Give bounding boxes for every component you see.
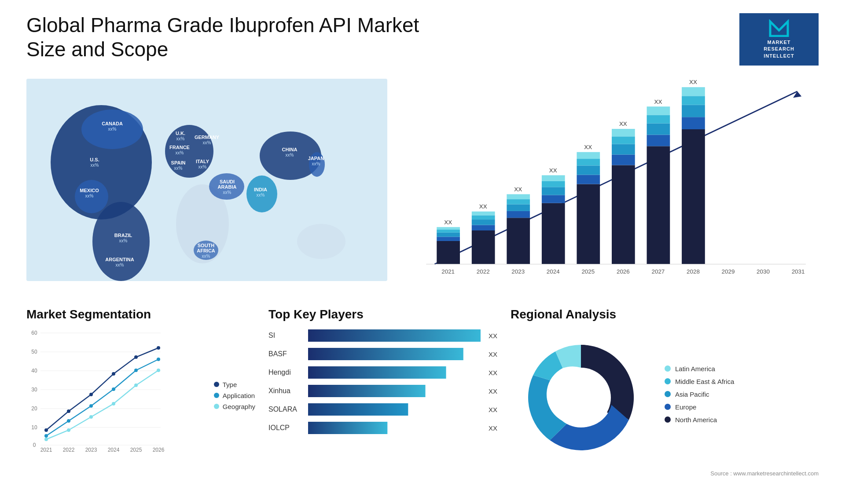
bar-chart-section: XX 2021 XX 2022 XX: [405, 79, 819, 290]
legend-label: Asia Pacific: [675, 391, 709, 398]
legend-item: Asia Pacific: [665, 391, 734, 398]
svg-point-6: [165, 125, 213, 178]
players-title: Top Key Players: [268, 307, 497, 321]
svg-rect-92: [647, 124, 670, 135]
legend-item: North America: [665, 416, 734, 424]
svg-text:20: 20: [31, 405, 37, 412]
svg-rect-149: [308, 385, 426, 397]
player-row: HengdiXX: [268, 366, 497, 379]
application-dot: [214, 393, 219, 398]
svg-text:FRANCE: FRANCE: [169, 145, 190, 150]
svg-text:2024: 2024: [547, 268, 560, 275]
svg-text:AFRICA: AFRICA: [197, 248, 215, 253]
player-row: XinhuaXX: [268, 385, 497, 397]
svg-point-144: [134, 383, 138, 387]
svg-text:ITALY: ITALY: [196, 159, 209, 164]
header: Global Pharma Grade Ibuprofen API Market…: [26, 13, 819, 66]
svg-rect-85: [612, 144, 635, 155]
svg-rect-91: [647, 135, 670, 146]
svg-rect-48: [437, 241, 460, 264]
player-name: Hengdi: [268, 369, 304, 376]
svg-rect-69: [542, 203, 565, 264]
svg-text:xx%: xx%: [257, 193, 265, 197]
svg-rect-148: [308, 366, 446, 379]
svg-rect-93: [647, 115, 670, 124]
svg-text:2028: 2028: [687, 268, 700, 275]
svg-point-140: [44, 438, 48, 441]
world-map-container: CANADA xx% U.S. xx% MEXICO xx% BRAZIL xx…: [26, 79, 387, 281]
svg-rect-87: [612, 129, 635, 136]
logo-box: MARKET RESEARCH INTELLECT: [739, 13, 819, 66]
svg-rect-101: [682, 87, 705, 96]
svg-text:XX: XX: [549, 167, 557, 174]
map-section: CANADA xx% U.S. xx% MEXICO xx% BRAZIL xx…: [26, 79, 387, 290]
svg-text:2026: 2026: [153, 447, 165, 453]
svg-text:U.K.: U.K.: [176, 131, 185, 136]
svg-text:2021: 2021: [40, 447, 52, 453]
svg-text:XX: XX: [654, 99, 662, 105]
svg-rect-65: [507, 199, 530, 205]
svg-text:xx%: xx%: [286, 153, 294, 157]
player-bar-wrap: [308, 422, 481, 434]
svg-point-132: [134, 355, 138, 359]
svg-text:xx%: xx%: [223, 190, 231, 195]
svg-rect-79: [577, 159, 600, 165]
svg-text:XX: XX: [444, 219, 452, 226]
svg-text:U.S.: U.S.: [90, 157, 99, 162]
svg-text:xx%: xx%: [119, 238, 128, 243]
player-val: XX: [489, 387, 497, 395]
seg-legend-application: Application: [214, 392, 255, 399]
svg-text:XX: XX: [514, 186, 522, 193]
page: Global Pharma Grade Ibuprofen API Market…: [0, 0, 845, 504]
seg-chart-container: 60 50 40 30 20 10 0: [26, 329, 209, 461]
svg-text:ARABIA: ARABIA: [218, 184, 237, 190]
svg-text:xx%: xx%: [176, 150, 184, 155]
svg-text:INDIA: INDIA: [254, 187, 267, 192]
bottom-row: Market Segmentation 60 50 40 30 20 10 0: [26, 307, 819, 461]
legend-color-dot: [665, 404, 671, 410]
seg-legend-type: Type: [214, 381, 255, 388]
svg-rect-64: [507, 205, 530, 211]
svg-rect-63: [507, 211, 530, 218]
svg-rect-80: [577, 152, 600, 159]
svg-text:2022: 2022: [63, 447, 75, 453]
svg-rect-73: [542, 175, 565, 181]
bar-chart-svg: XX 2021 XX 2022 XX: [405, 79, 819, 281]
svg-point-138: [134, 369, 138, 372]
svg-text:2029: 2029: [722, 268, 735, 275]
svg-rect-70: [542, 195, 565, 203]
top-row: CANADA xx% U.S. xx% MEXICO xx% BRAZIL xx…: [26, 79, 819, 290]
svg-text:2023: 2023: [511, 268, 525, 275]
player-row: SIXX: [268, 329, 497, 342]
bar-chart-container: XX 2021 XX 2022 XX: [405, 79, 819, 281]
svg-rect-57: [472, 219, 495, 225]
svg-text:2026: 2026: [617, 268, 630, 275]
legend-item: Latin America: [665, 365, 734, 373]
svg-text:XX: XX: [584, 144, 592, 150]
player-bar-wrap: [308, 348, 481, 360]
svg-text:XX: XX: [619, 121, 627, 128]
svg-rect-72: [542, 181, 565, 187]
svg-rect-71: [542, 187, 565, 195]
segmentation-title: Market Segmentation: [26, 307, 255, 321]
svg-text:xx%: xx%: [198, 164, 207, 169]
svg-text:2021: 2021: [441, 268, 455, 275]
type-label: Type: [223, 381, 237, 388]
svg-rect-59: [472, 212, 495, 215]
svg-point-139: [157, 358, 160, 361]
svg-rect-62: [507, 218, 530, 264]
svg-point-129: [67, 409, 70, 413]
player-name: SOLARA: [268, 405, 304, 413]
svg-text:2027: 2027: [652, 268, 665, 275]
donut-container: [511, 329, 651, 459]
svg-rect-55: [472, 230, 495, 264]
legend-color-dot: [665, 391, 671, 397]
players-section: Top Key Players SIXXBASFXXHengdiXXXinhua…: [268, 307, 497, 440]
player-val: XX: [489, 406, 497, 413]
svg-text:60: 60: [31, 330, 37, 336]
player-row: IOLCPXX: [268, 422, 497, 434]
svg-rect-56: [472, 225, 495, 230]
page-title: Global Pharma Grade Ibuprofen API Market…: [26, 13, 422, 62]
svg-text:SAUDI: SAUDI: [220, 179, 235, 184]
svg-rect-51: [437, 230, 460, 233]
